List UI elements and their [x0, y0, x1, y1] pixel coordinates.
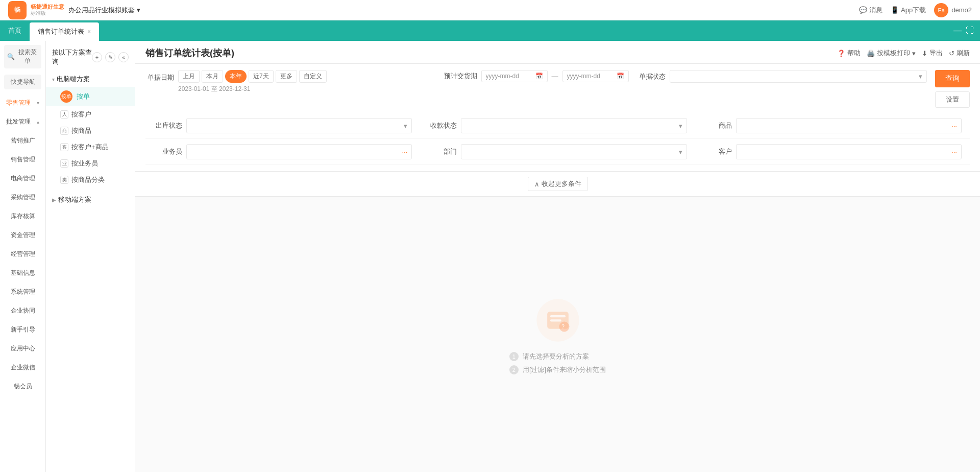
sidebar-item-member[interactable]: 畅会员	[0, 377, 45, 396]
print-label: 按模板打印	[877, 49, 910, 58]
scheme-item-by-goods[interactable]: 商 按商品	[46, 123, 135, 139]
app-name: 畅捷通好生意	[31, 4, 64, 10]
tab-label: 销售订单统计表	[38, 27, 84, 36]
sidebar-item-wholesale[interactable]: 批发管理 ▴	[0, 112, 45, 131]
date-last-month-btn[interactable]: 上月	[178, 70, 200, 83]
user-profile[interactable]: Ea demo2	[934, 3, 972, 17]
print-arrow-icon: ▾	[912, 50, 916, 57]
sidebar-ecommerce-label: 电商管理	[11, 174, 35, 183]
sidebar-item-sales[interactable]: 销售管理	[0, 150, 45, 169]
tab-bar-controls: — ⛶	[953, 26, 980, 35]
sidebar-item-wechat[interactable]: 企业微信	[0, 358, 45, 377]
add-scheme-btn[interactable]: +	[92, 52, 102, 62]
pc-section-header[interactable]: ▾ 电脑端方案	[46, 72, 135, 87]
sidebar-item-finance[interactable]: 资金管理	[0, 226, 45, 245]
top-bar: 畅 畅捷通好生意 标准版 办公用品行业模拟账套 ▾ 💬 消息 📱 App下载 E…	[0, 0, 980, 20]
date-custom-btn[interactable]: 自定义	[299, 70, 327, 83]
date-this-year-btn[interactable]: 本年	[225, 70, 247, 83]
salesperson-input[interactable]: ···	[186, 144, 412, 159]
filter-row-3: 业务员 ··· 部门 ▾ 客户	[145, 139, 970, 165]
empty-illustration: ?	[532, 295, 583, 346]
goods-label: 商品	[703, 121, 732, 130]
sidebar-item-guide[interactable]: 新手引导	[0, 320, 45, 339]
collapse-conditions-btn[interactable]: ∧ 收起更多条件	[528, 177, 588, 191]
tab-home[interactable]: 首页	[0, 20, 30, 41]
search-menu-label: 搜索菜单	[17, 48, 38, 65]
tab-close-btn[interactable]: ×	[87, 28, 91, 35]
scheme-item-by-order[interactable]: 按单 按单	[46, 87, 135, 106]
sidebar-cooperation-label: 企业协同	[11, 306, 35, 315]
date-range-text: 2023-01-01 至 2023-12-31	[178, 85, 250, 92]
quick-nav-label: 快捷导航	[11, 78, 35, 85]
sidebar-item-appcenter[interactable]: 应用中心	[0, 339, 45, 358]
sidebar-item-system[interactable]: 系统管理	[0, 282, 45, 301]
scheme-item-by-customer[interactable]: 人 按客户	[46, 106, 135, 123]
export-btn[interactable]: ⬇ 导出	[922, 49, 943, 58]
window-maximize-btn[interactable]: ⛶	[966, 26, 974, 35]
payment-status-cell: 收款状态 ▾	[420, 113, 695, 139]
dropdown-arrow-icon: ▾	[137, 6, 140, 14]
salesperson-more-icon[interactable]: ···	[402, 148, 407, 156]
date-7days-btn[interactable]: 近7天	[249, 70, 274, 83]
sidebar-item-cooperation[interactable]: 企业协同	[0, 301, 45, 320]
tab-sales-order[interactable]: 销售订单统计表 ×	[30, 22, 99, 41]
salesperson-cell: 业务员 ···	[145, 139, 420, 165]
export-label: 导出	[929, 49, 943, 58]
app-logo: 畅	[8, 1, 27, 19]
app-download-btn[interactable]: 📱 App下载	[891, 6, 926, 15]
sidebar-marketing-label: 营销推广	[11, 136, 35, 145]
sidebar-item-ecommerce[interactable]: 电商管理	[0, 169, 45, 188]
sidebar-item-operations[interactable]: 经营管理	[0, 245, 45, 264]
hint-num-1: 1	[509, 352, 519, 361]
sidebar-basic-label: 基础信息	[11, 269, 35, 277]
customer-cell: 客户 ···	[695, 139, 970, 165]
scheme-item-by-salesperson[interactable]: 业 按业务员	[46, 155, 135, 172]
account-label: 办公用品行业模拟账套	[68, 6, 135, 15]
customer-more-icon[interactable]: ···	[951, 148, 957, 156]
customer-input[interactable]: ···	[736, 144, 962, 159]
svg-rect-2	[550, 315, 566, 317]
search-menu-btn[interactable]: 🔍 搜索菜单	[4, 45, 41, 68]
sidebar-item-purchase[interactable]: 采购管理	[0, 188, 45, 207]
export-icon: ⬇	[922, 50, 927, 57]
status-select[interactable]: ▾	[670, 70, 927, 83]
delivery-label: 出库状态	[154, 121, 182, 130]
scheme-item-by-category[interactable]: 类 按商品分类	[46, 172, 135, 188]
goods-input[interactable]: ···	[736, 118, 962, 133]
department-select[interactable]: ▾	[461, 144, 687, 159]
collapse-bar: ∧ 收起更多条件	[135, 172, 980, 197]
window-minimize-btn[interactable]: —	[953, 26, 962, 35]
app-download-label: App下载	[901, 6, 926, 15]
sidebar: 🔍 搜索菜单 快捷导航 零售管理 ▾ 批发管理 ▴ 营销推广 销售管理 电商管理…	[0, 41, 46, 472]
date-this-month-btn[interactable]: 本月	[202, 70, 223, 83]
sidebar-item-retail[interactable]: 零售管理 ▾	[0, 93, 45, 112]
payment-select[interactable]: ▾	[461, 118, 687, 133]
sidebar-item-marketing[interactable]: 营销推广	[0, 131, 45, 150]
mobile-section-header[interactable]: ▶ 移动端方案	[46, 192, 135, 207]
goods-more-icon[interactable]: ···	[951, 122, 957, 130]
delivery-select[interactable]: ▾	[186, 118, 412, 133]
svg-text:?: ?	[561, 323, 565, 329]
help-btn[interactable]: ❓ 帮助	[837, 49, 861, 58]
goods-cell: 商品 ···	[695, 113, 970, 139]
main-layout: 🔍 搜索菜单 快捷导航 零售管理 ▾ 批发管理 ▴ 营销推广 销售管理 电商管理…	[0, 41, 980, 472]
scheme-item-label: 按客户	[71, 110, 91, 119]
page-title: 销售订单统计表(按单)	[145, 47, 234, 59]
settings-btn[interactable]: 设置	[935, 91, 970, 108]
edit-scheme-btn[interactable]: ✎	[105, 52, 115, 62]
expected-date-end[interactable]: yyyy-mm-dd 📅	[562, 70, 629, 82]
scheme-item-by-customer-goods[interactable]: 客 按客户+商品	[46, 139, 135, 155]
print-btn[interactable]: 🖨️ 按模板打印 ▾	[867, 49, 916, 58]
quick-nav-btn[interactable]: 快捷导航	[4, 75, 41, 89]
query-btn[interactable]: 查询	[935, 70, 970, 87]
message-btn[interactable]: 💬 消息	[859, 6, 883, 15]
account-selector[interactable]: 办公用品行业模拟账套 ▾	[68, 6, 140, 15]
sidebar-item-inventory[interactable]: 库存核算	[0, 207, 45, 226]
expected-date-start[interactable]: yyyy-mm-dd 📅	[481, 70, 548, 82]
user-name: demo2	[951, 6, 972, 14]
date-more-btn[interactable]: 更多	[276, 70, 297, 83]
department-cell: 部门 ▾	[420, 139, 695, 165]
refresh-btn[interactable]: ↺ 刷新	[949, 49, 970, 58]
sidebar-item-basic[interactable]: 基础信息	[0, 264, 45, 282]
collapse-scheme-btn[interactable]: «	[118, 52, 129, 62]
